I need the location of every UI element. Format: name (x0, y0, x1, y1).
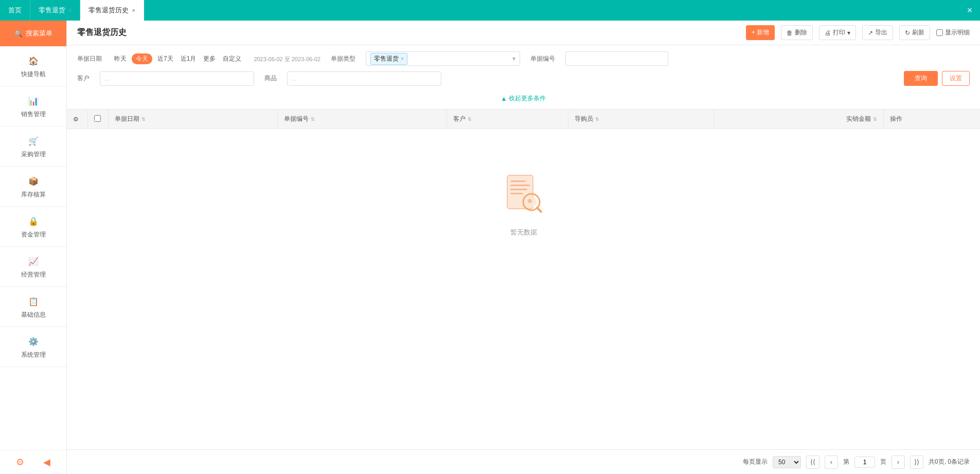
inventory-icon: 📦 (26, 174, 41, 188)
tab-retail-return-history[interactable]: 零售退货历史 × (80, 0, 144, 21)
date-filter-label: 单据日期 (77, 54, 102, 63)
sidebar-item-base-info[interactable]: 📋 基础信息 (0, 287, 66, 327)
th-doc-no[interactable]: 单据编号 ⇅ (277, 110, 447, 129)
display-detail-checkbox[interactable] (936, 29, 943, 36)
collapse-button[interactable]: ▲ 收起更多条件 (501, 94, 546, 103)
date-btn-1month[interactable]: 近1月 (179, 53, 199, 64)
th-amount-label: 实销金额 (846, 115, 871, 123)
sidebar-item-quick-nav[interactable]: 🏠 快捷导航 (0, 46, 66, 86)
svg-rect-4 (510, 193, 523, 194)
collapse-section: ▲ 收起更多条件 (77, 91, 970, 103)
tab-home-label: 首页 (8, 6, 22, 15)
display-detail-label: 显示明细 (945, 28, 970, 37)
sidebar-item-operations[interactable]: 📈 经营管理 (0, 247, 66, 287)
query-button[interactable]: 查询 (904, 71, 938, 86)
filter-row-1: 单据日期 昨天 今天 近7天 近1月 更多 自定义 2023-06-02 至 2… (77, 51, 970, 66)
sidebar-search-label: 搜索菜单 (26, 29, 52, 38)
refresh-button[interactable]: ↻ 刷新 (899, 25, 930, 40)
tab-retail-return[interactable]: 零售退货 × (30, 0, 80, 21)
sys-mgmt-icon: ⚙️ (26, 334, 41, 349)
sidebar-item-sales-mgmt[interactable]: 📊 销售管理 (0, 86, 66, 126)
empty-state: 暂无数据 (67, 129, 980, 278)
sidebar-item-inventory-label: 库存核算 (21, 190, 46, 199)
settings-gear-icon[interactable]: ⚙ (16, 457, 24, 468)
export-label: 导出 (875, 28, 887, 37)
svg-line-7 (537, 208, 541, 212)
sidebar-search[interactable]: 🔍 搜索菜单 (0, 21, 66, 46)
page-last-button[interactable]: ⟩⟩ (910, 455, 923, 469)
th-guide[interactable]: 导购员 ⇅ (568, 110, 714, 129)
doc-type-select[interactable]: 零售退货 × ▾ (366, 51, 520, 66)
date-btn-custom[interactable]: 自定义 (221, 53, 243, 64)
print-button[interactable]: 🖨 打印 ▾ (819, 25, 856, 40)
page-unit-label: 页 (880, 458, 886, 466)
export-button[interactable]: ↗ 导出 (862, 25, 893, 40)
topbar-spacer (144, 0, 959, 21)
search-icon: 🔍 (14, 30, 23, 38)
th-gear[interactable]: ⚙ (67, 110, 87, 129)
page-prev-button[interactable]: ‹ (825, 455, 838, 469)
tab-retail-return-label: 零售退货 (39, 6, 65, 15)
customer-sort-icon: ⇅ (468, 117, 472, 122)
date-btn-more[interactable]: 更多 (201, 53, 218, 64)
sidebar-item-purchase-mgmt[interactable]: 🛒 采购管理 (0, 126, 66, 167)
per-page-select[interactable]: 50 10 20 100 (773, 456, 801, 468)
refresh-icon: ↻ (905, 29, 910, 37)
date-group: 昨天 今天 近7天 近1月 更多 自定义 (112, 53, 243, 64)
sidebar-item-sys-mgmt-label: 系统管理 (21, 351, 46, 359)
doc-type-dropdown-icon: ▾ (512, 55, 515, 62)
data-table: ⚙ 单据日期 ⇅ 单据编号 (67, 110, 980, 278)
delete-button[interactable]: 🗑 删除 (781, 25, 813, 40)
sidebar-item-base-info-label: 基础信息 (21, 311, 46, 319)
date-btn-7days[interactable]: 近7天 (155, 53, 175, 64)
empty-row: 暂无数据 (67, 129, 980, 279)
table-container: ⚙ 单据日期 ⇅ 单据编号 (67, 110, 980, 449)
tab-retail-return-close[interactable]: × (68, 7, 72, 13)
settings-button[interactable]: 设置 (942, 71, 970, 86)
th-customer-label: 客户 (453, 115, 466, 123)
svg-point-8 (528, 199, 532, 203)
tab-retail-return-history-close[interactable]: × (132, 7, 135, 13)
th-customer[interactable]: 客户 ⇅ (447, 110, 568, 129)
customer-input[interactable]: ... (100, 71, 254, 86)
page-next-button[interactable]: › (892, 455, 905, 469)
th-action-label: 操作 (890, 115, 902, 122)
delete-label: 删除 (795, 28, 807, 37)
main-layout: 🔍 搜索菜单 🏠 快捷导航 📊 销售管理 🛒 采购管理 📦 库存核算 🔒 资金管… (0, 21, 980, 474)
doc-number-input[interactable] (565, 51, 668, 66)
th-checkbox[interactable] (87, 110, 108, 129)
doc-type-tag: 零售退货 × (370, 53, 407, 65)
empty-label: 暂无数据 (510, 228, 537, 237)
sidebar: 🔍 搜索菜单 🏠 快捷导航 📊 销售管理 🛒 采购管理 📦 库存核算 🔒 资金管… (0, 21, 67, 474)
th-amount[interactable]: 实销金额 ⇅ (714, 110, 883, 129)
goods-input[interactable]: ... (287, 71, 441, 86)
new-button[interactable]: + 新增 (746, 25, 775, 40)
date-range-display: 2023-06-02 至 2023-06-02 (254, 56, 320, 63)
sidebar-item-inventory[interactable]: 📦 库存核算 (0, 167, 66, 207)
select-all-checkbox[interactable] (94, 115, 101, 122)
doc-type-tag-remove[interactable]: × (401, 56, 404, 62)
page-header: 零售退货历史 + 新增 🗑 删除 🖨 打印 ▾ ↗ 导出 ↻ 刷新 显示明细 (67, 21, 980, 45)
th-doc-date[interactable]: 单据日期 ⇅ (108, 110, 277, 129)
table-header: ⚙ 单据日期 ⇅ 单据编号 (67, 110, 980, 129)
operations-icon: 📈 (26, 254, 41, 268)
window-close-button[interactable]: × (959, 0, 980, 21)
tab-home[interactable]: 首页 (0, 0, 30, 21)
svg-rect-3 (510, 189, 527, 190)
page-first-button[interactable]: ⟨⟨ (806, 455, 819, 469)
th-doc-no-label: 单据编号 (284, 115, 309, 123)
display-detail-toggle[interactable]: 显示明细 (936, 28, 970, 37)
sidebar-item-sys-mgmt[interactable]: ⚙️ 系统管理 (0, 327, 66, 367)
quick-nav-icon: 🏠 (26, 53, 41, 68)
th-action: 操作 (883, 110, 980, 129)
sidebar-item-finance[interactable]: 🔒 资金管理 (0, 207, 66, 247)
sidebar-item-sales-mgmt-label: 销售管理 (21, 110, 46, 119)
th-guide-label: 导购员 (575, 115, 593, 123)
page-number-input[interactable] (854, 457, 875, 468)
doc-no-sort-icon: ⇅ (311, 117, 315, 122)
date-btn-today[interactable]: 今天 (132, 53, 152, 64)
date-btn-yesterday[interactable]: 昨天 (112, 53, 129, 64)
collapse-sidebar-icon[interactable]: ◀ (43, 457, 50, 468)
gear-icon[interactable]: ⚙ (73, 116, 79, 123)
doc-type-tag-value: 零售退货 (374, 54, 399, 63)
